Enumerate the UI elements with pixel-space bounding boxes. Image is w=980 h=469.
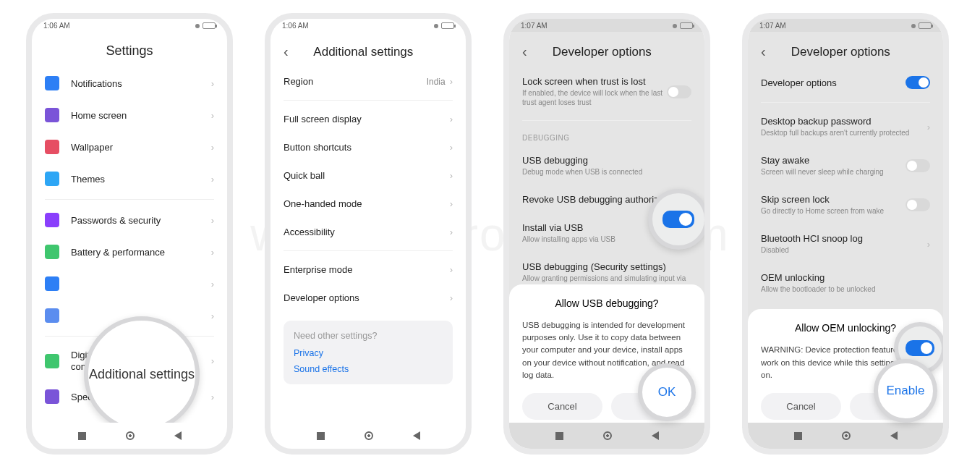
recent-apps-icon[interactable] <box>78 432 86 440</box>
cancel-button[interactable]: Cancel <box>522 393 602 420</box>
header: ‹ Additional settings <box>270 32 466 67</box>
back-button-icon[interactable] <box>890 431 898 440</box>
status-bar: 1:07 AM <box>748 19 943 32</box>
navbar <box>32 423 227 449</box>
chevron-right-icon: › <box>211 142 214 153</box>
page-title: Additional settings <box>300 45 427 59</box>
gear-icon <box>45 276 59 291</box>
link-sound-effects[interactable]: Sound effects <box>294 364 443 374</box>
toggle-skip-lock[interactable] <box>906 198 930 211</box>
chevron-right-icon: › <box>927 239 930 250</box>
row-developer-options[interactable]: Developer options› <box>284 284 453 312</box>
chevron-right-icon: › <box>450 264 453 275</box>
section-debugging: DEBUGGING <box>522 125 691 146</box>
toggle-lock-trust[interactable] <box>667 85 691 98</box>
status-icon <box>434 24 438 28</box>
toggle-stay-awake[interactable] <box>906 159 930 172</box>
row-button-shortcuts[interactable]: Button shortcuts› <box>284 133 453 161</box>
row-skip-lock[interactable]: Skip screen lockGo directly to Home scre… <box>761 185 930 224</box>
phone-settings: 1:06 AM Settings Notifications› Home scr… <box>26 13 233 455</box>
chevron-right-icon: › <box>211 279 214 290</box>
usb-debugging-toggle[interactable] <box>662 211 694 228</box>
highlight-usb-toggle[interactable] <box>648 189 704 250</box>
chevron-right-icon: › <box>450 76 453 87</box>
recent-apps-icon[interactable] <box>794 432 802 440</box>
star-icon <box>45 389 59 404</box>
row-accessibility[interactable]: Accessibility› <box>284 218 453 246</box>
chevron-right-icon: › <box>211 78 214 89</box>
status-icon <box>195 24 200 28</box>
row-stay-awake[interactable]: Stay awakeScreen will never sleep while … <box>761 146 930 185</box>
page-title: Developer options <box>777 45 904 59</box>
row-hidden-1[interactable]: › <box>45 268 214 300</box>
navbar <box>270 423 466 449</box>
chevron-right-icon: › <box>211 355 214 366</box>
row-bt-snoop[interactable]: Bluetooth HCI snoop logDisabled› <box>761 224 930 263</box>
highlight-enable-button[interactable]: Enable <box>874 359 937 423</box>
chevron-right-icon: › <box>211 310 214 321</box>
navbar <box>748 423 943 449</box>
phone-dev-options-usb: 1:07 AM ‹ Developer options Lock screen … <box>503 13 710 455</box>
clock: 1:06 AM <box>282 22 309 30</box>
home-button-icon[interactable] <box>126 431 135 440</box>
row-battery[interactable]: Battery & performance› <box>45 236 214 268</box>
bell-icon <box>45 76 59 90</box>
recent-apps-icon[interactable] <box>317 432 325 440</box>
back-button-icon[interactable] <box>652 431 659 440</box>
oem-unlocking-toggle[interactable] <box>906 340 934 356</box>
status-icon <box>673 24 677 28</box>
row-region[interactable]: RegionIndia› <box>284 67 453 96</box>
highlight-additional-settings[interactable]: Additional settings <box>84 316 200 423</box>
row-full-screen[interactable]: Full screen display› <box>284 105 453 133</box>
home-button-icon[interactable] <box>365 431 373 440</box>
hint-box: Need other settings? Privacy Sound effec… <box>284 321 453 384</box>
battery-icon <box>919 22 932 29</box>
row-lock-trust[interactable]: Lock screen when trust is lostIf enabled… <box>522 67 691 116</box>
row-enterprise-mode[interactable]: Enterprise mode› <box>284 255 453 284</box>
back-button-icon[interactable] <box>413 431 420 440</box>
battery-icon <box>680 22 693 29</box>
phone-dev-options-oem: 1:07 AM ‹ Developer options Developer op… <box>742 13 949 455</box>
row-wallpaper[interactable]: Wallpaper› <box>45 131 214 163</box>
row-themes[interactable]: Themes› <box>45 163 214 195</box>
status-bar: 1:07 AM <box>509 19 704 32</box>
chevron-right-icon: › <box>450 142 453 153</box>
chevron-right-icon: › <box>450 114 453 124</box>
row-quick-ball[interactable]: Quick ball› <box>284 161 453 190</box>
navbar <box>509 423 704 449</box>
row-backup-password[interactable]: Desktop backup passwordDesktop full back… <box>761 107 930 146</box>
chevron-right-icon: › <box>450 170 453 181</box>
clock: 1:07 AM <box>521 22 547 30</box>
row-usb-debugging[interactable]: USB debuggingDebug mode when USB is conn… <box>522 146 691 185</box>
theme-icon <box>45 172 59 186</box>
page-title: Developer options <box>539 45 665 59</box>
clock: 1:07 AM <box>759 22 786 30</box>
row-one-handed[interactable]: One-handed mode› <box>284 190 453 218</box>
wellbeing-icon <box>45 354 59 368</box>
highlight-ok-button[interactable]: OK <box>638 363 696 421</box>
cancel-button[interactable]: Cancel <box>761 393 841 420</box>
battery-icon <box>45 245 59 259</box>
clock: 1:06 AM <box>43 22 70 30</box>
row-dev-options-toggle[interactable]: Developer options <box>761 67 930 98</box>
back-icon[interactable]: ‹ <box>761 43 766 60</box>
status-bar: 1:06 AM <box>270 19 466 32</box>
status-bar: 1:06 AM <box>32 19 227 32</box>
lock-icon <box>45 213 59 227</box>
chevron-right-icon: › <box>450 198 453 209</box>
link-privacy[interactable]: Privacy <box>294 348 443 358</box>
row-home-screen[interactable]: Home screen› <box>45 99 214 131</box>
recent-apps-icon[interactable] <box>555 432 563 440</box>
back-button-icon[interactable] <box>174 431 182 440</box>
row-passwords[interactable]: Passwords & security› <box>45 204 214 236</box>
back-icon[interactable]: ‹ <box>284 43 289 60</box>
row-notifications[interactable]: Notifications› <box>45 67 214 99</box>
row-oem-unlocking[interactable]: OEM unlockingAllow the bootloader to be … <box>761 263 930 303</box>
highlight-label: Additional settings <box>89 367 195 382</box>
hint-title: Need other settings? <box>294 331 443 341</box>
home-button-icon[interactable] <box>603 431 612 440</box>
toggle-dev-options[interactable] <box>906 76 930 89</box>
home-button-icon[interactable] <box>842 431 851 440</box>
page-title: Settings <box>45 43 214 59</box>
back-icon[interactable]: ‹ <box>522 43 527 60</box>
